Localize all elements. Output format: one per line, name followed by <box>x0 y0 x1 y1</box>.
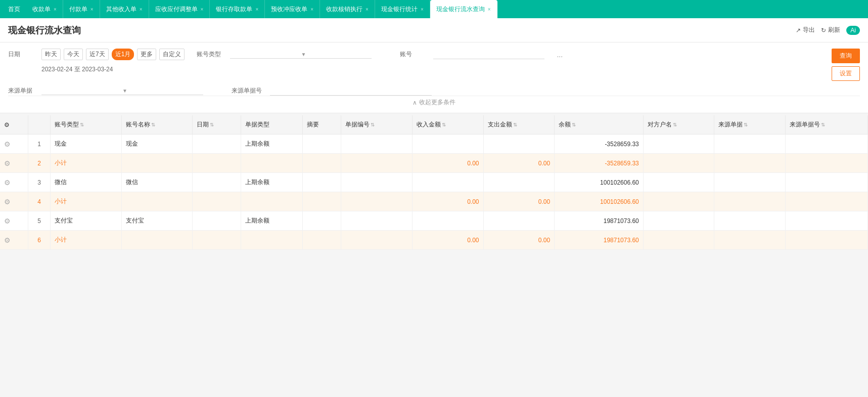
cell-income <box>413 173 484 192</box>
col-source_bill[interactable]: 来源单据⇅ <box>714 115 786 135</box>
nav-close-icon[interactable]: × <box>201 7 204 12</box>
nav-close-icon[interactable]: × <box>90 7 94 12</box>
cell-expense: 0.00 <box>483 154 555 173</box>
cell-account_name <box>121 154 193 173</box>
filter-area: 日期 昨天 今天 近7天 近1月 更多 自定义 2023-02-24 至 202… <box>0 42 868 113</box>
row-settings-icon[interactable]: ⚙ <box>4 140 11 148</box>
cell-source_bill_no <box>785 231 867 250</box>
cell-balance: 19871073.60 <box>555 231 644 250</box>
source-bill-no-label: 来源单据号 <box>232 86 262 95</box>
col-expense[interactable]: 支出金额⇅ <box>483 115 555 135</box>
export-button[interactable]: ↗ 导出 <box>796 26 815 34</box>
nav-close-icon[interactable]: × <box>140 7 143 12</box>
yesterday-btn[interactable]: 昨天 <box>41 49 61 60</box>
cell-income <box>413 135 484 154</box>
cell-counterpart <box>643 192 714 211</box>
settings-button[interactable]: 设置 <box>832 66 860 81</box>
sort-icon-income: ⇅ <box>442 122 446 127</box>
cell-summary <box>302 211 341 231</box>
col-label-expense: 支出金额 <box>488 121 512 128</box>
nav-item-银行存取款单[interactable]: 银行存取款单× <box>210 0 265 18</box>
sort-icon-bill_no: ⇅ <box>371 122 375 127</box>
action-buttons: 查询 设置 <box>832 49 860 81</box>
cell-bill_no <box>341 135 413 154</box>
nav-label: 现金银行流水查询 <box>436 5 485 14</box>
cell-account_type: 小计 <box>51 154 122 173</box>
nav-close-icon[interactable]: × <box>255 7 258 12</box>
export-icon: ↗ <box>796 27 801 34</box>
cell-settings: ⚙ <box>0 231 28 250</box>
cell-date <box>193 173 241 192</box>
col-bill_no[interactable]: 单据编号⇅ <box>341 115 413 135</box>
table-row: ⚙3微信微信上期余额100102606.60 <box>0 173 868 192</box>
cell-summary <box>302 231 341 250</box>
source-bill-no-input[interactable] <box>270 86 432 96</box>
nav-close-icon[interactable]: × <box>488 7 491 12</box>
cell-source_bill_no <box>785 135 867 154</box>
cell-bill_type: 上期余额 <box>241 211 302 231</box>
nav-item-预收冲应收单[interactable]: 预收冲应收单× <box>265 0 320 18</box>
today-btn[interactable]: 今天 <box>64 49 83 60</box>
cell-account_name: 现金 <box>121 135 193 154</box>
cell-settings: ⚙ <box>0 211 28 231</box>
nav-item-收款单[interactable]: 收款单× <box>26 0 63 18</box>
nav-label: 其他收入单 <box>106 5 136 14</box>
row-settings-icon[interactable]: ⚙ <box>4 236 11 244</box>
cell-account_type: 支付宝 <box>51 211 122 231</box>
week-btn[interactable]: 近7天 <box>86 49 109 60</box>
source-bill-arrow-icon: ▼ <box>122 88 201 94</box>
col-date[interactable]: 日期⇅ <box>193 115 241 135</box>
col-balance[interactable]: 余额⇅ <box>555 115 644 135</box>
nav-item-付款单[interactable]: 付款单× <box>63 0 100 18</box>
nav-item-应收应付调整单[interactable]: 应收应付调整单× <box>149 0 210 18</box>
cell-settings: ⚙ <box>0 154 28 173</box>
col-counterpart[interactable]: 对方户名⇅ <box>643 115 714 135</box>
query-button[interactable]: 查询 <box>832 49 860 63</box>
cell-counterpart <box>643 173 714 192</box>
cell-date <box>193 211 241 231</box>
nav-item-现金银行流水查询[interactable]: 现金银行流水查询× <box>430 0 497 18</box>
cell-balance: 100102606.60 <box>555 192 644 211</box>
more-options-button[interactable]: ... <box>557 51 563 59</box>
nav-item-其他收入单[interactable]: 其他收入单× <box>100 0 149 18</box>
cell-source_bill <box>714 211 786 231</box>
month1-btn[interactable]: 近1月 <box>112 49 134 60</box>
row-settings-icon[interactable]: ⚙ <box>4 159 11 167</box>
ai-button[interactable]: Ai <box>846 26 860 35</box>
cell-summary <box>302 154 341 173</box>
col-account_name[interactable]: 账号名称⇅ <box>121 115 193 135</box>
table-row: ⚙2小计0.000.00-3528659.33 <box>0 154 868 173</box>
nav-close-icon[interactable]: × <box>54 7 57 12</box>
cell-account_type: 微信 <box>51 173 122 192</box>
more-btn[interactable]: 更多 <box>137 49 156 60</box>
row-settings-icon[interactable]: ⚙ <box>4 198 11 206</box>
nav-close-icon[interactable]: × <box>421 7 424 12</box>
col-label-bill_type: 单据类型 <box>245 121 269 128</box>
refresh-button[interactable]: ↻ 刷新 <box>821 26 840 34</box>
sort-icon-source_bill: ⇅ <box>744 122 748 127</box>
account-type-select[interactable]: ▼ <box>230 51 372 59</box>
source-bill-label: 来源单据 <box>8 86 33 95</box>
cell-bill_type <box>241 231 302 250</box>
nav-item-现金银行统计[interactable]: 现金银行统计× <box>375 0 430 18</box>
nav-close-icon[interactable]: × <box>366 7 369 12</box>
custom-btn[interactable]: 自定义 <box>159 49 185 60</box>
col-account_type[interactable]: 账号类型⇅ <box>51 115 122 135</box>
cell-account_name: 支付宝 <box>121 211 193 231</box>
nav-close-icon[interactable]: × <box>310 7 313 12</box>
row-settings-icon[interactable]: ⚙ <box>4 179 11 187</box>
sort-icon-source_bill_no: ⇅ <box>821 122 825 127</box>
cell-source_bill_no <box>785 154 867 173</box>
collapse-bar[interactable]: ∧ 收起更多条件 <box>8 96 860 109</box>
cell-bill_type: 上期余额 <box>241 173 302 192</box>
nav-item-收款核销执行[interactable]: 收款核销执行× <box>320 0 375 18</box>
account-no-input[interactable] <box>433 50 544 59</box>
nav-home[interactable]: 首页 <box>2 5 26 14</box>
col-income[interactable]: 收入金额⇅ <box>413 115 484 135</box>
cell-source_bill_no <box>785 211 867 231</box>
col-source_bill_no[interactable]: 来源单据号⇅ <box>785 115 867 135</box>
cell-income: 0.00 <box>413 231 484 250</box>
source-bill-select[interactable]: ▼ <box>41 87 203 95</box>
row-settings-icon[interactable]: ⚙ <box>4 217 11 225</box>
account-no-label: 账号 <box>400 50 425 59</box>
